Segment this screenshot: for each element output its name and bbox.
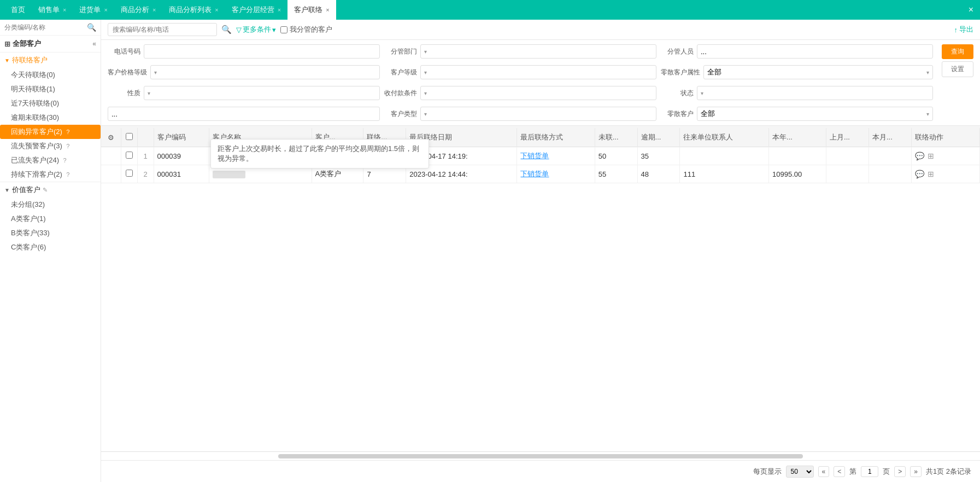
row2-checkbox[interactable]: [126, 170, 133, 177]
retail-customer-caret: ▾: [926, 111, 929, 117]
grid-icon: ⊞: [4, 40, 10, 48]
settings-button[interactable]: 设置: [942, 61, 973, 77]
col-contacts[interactable]: 往来单位联系人: [680, 128, 769, 147]
content-area: 🔍 ▽ 更多条件 ▾ 我分管的客户 ↑ 导出: [101, 20, 980, 482]
row1-last-method-cell[interactable]: 下销货单: [517, 147, 595, 165]
search-input[interactable]: [108, 23, 217, 36]
nav-customer-layers[interactable]: 客户分层经营 ×: [225, 0, 287, 20]
close-customer-contact-tab[interactable]: ×: [326, 7, 329, 13]
nav-sales[interactable]: 销售单 ×: [32, 0, 73, 20]
sidebar-item-overdue[interactable]: 逾期未联络(30): [0, 111, 101, 125]
payment-input[interactable]: ▾: [420, 86, 656, 100]
sidebar-item-churned[interactable]: 已流失客户(24) ?: [0, 153, 101, 167]
nature-input[interactable]: ▾: [144, 86, 380, 100]
row1-checkbox-cell[interactable]: [121, 147, 137, 165]
row1-checkbox[interactable]: [126, 152, 133, 159]
per-page-select[interactable]: 50 20 100: [786, 466, 814, 478]
prev-page-button[interactable]: <: [834, 466, 845, 477]
manager-input[interactable]: ...: [697, 44, 933, 59]
row2-action-cell: 💬 ⊞: [911, 165, 979, 183]
sidebar-item-today[interactable]: 今天待联络(0): [0, 68, 101, 82]
close-customer-layers-tab[interactable]: ×: [278, 7, 281, 13]
sidebar-value-group[interactable]: ▼ 价值客户 ✎: [0, 182, 101, 198]
sidebar-item-repurchase-abnormal[interactable]: 回购异常客户(2) ?: [0, 125, 101, 139]
my-customers-filter[interactable]: 我分管的客户: [280, 25, 332, 34]
query-button[interactable]: 查询: [942, 44, 973, 59]
retail-attr-input[interactable]: 全部 ▾: [703, 65, 933, 79]
col-action[interactable]: 联络动作: [911, 128, 979, 147]
scrollbar-thumb[interactable]: [278, 454, 803, 458]
col-this-year[interactable]: 本年...: [769, 128, 826, 147]
close-product-analysis-tab[interactable]: ×: [152, 7, 156, 13]
row2-last-method-link[interactable]: 下销货单: [520, 170, 549, 178]
nav-customer-contact[interactable]: 客户联络 ×: [287, 0, 336, 20]
filter-bar: 🔍 ▽ 更多条件 ▾ 我分管的客户 ↑ 导出: [101, 20, 980, 40]
col-num: [137, 128, 154, 147]
row1-actions: 💬 ⊞: [915, 152, 976, 160]
sidebar-item-tomorrow[interactable]: 明天待联络(1): [0, 82, 101, 96]
last-page-button[interactable]: »: [910, 466, 922, 477]
phone-label: 电话号码: [108, 47, 140, 56]
nav-purchase[interactable]: 进货单 ×: [73, 0, 114, 20]
filter-search-button[interactable]: 🔍: [221, 25, 232, 34]
sidebar-item-b-class[interactable]: B类客户(33): [0, 226, 101, 240]
customer-type-input[interactable]: ▾: [420, 107, 656, 121]
price-level-input[interactable]: ▾: [150, 65, 380, 79]
customer-level-input[interactable]: ▾: [420, 65, 656, 79]
col-this-month[interactable]: 本月...: [868, 128, 911, 147]
row1-settings-cell: [101, 147, 121, 165]
col-last-method[interactable]: 最后联络方式: [517, 128, 595, 147]
sidebar-item-ungrouped[interactable]: 未分组(32): [0, 198, 101, 212]
sidebar-item-a-class[interactable]: A类客户(1): [0, 212, 101, 226]
customer-table-wrapper[interactable]: ⚙ 客户编码 客户名称 客户... 联络...: [101, 128, 980, 451]
manager-label: 分管人员: [661, 47, 694, 56]
more-conditions-toggle[interactable]: ▽ 更多条件 ▾: [236, 25, 276, 34]
sidebar-item-c-class[interactable]: C类客户(6): [0, 240, 101, 254]
col-overdue[interactable]: 逾期...: [637, 128, 680, 147]
col-last-month[interactable]: 上月...: [826, 128, 869, 147]
close-sales-tab[interactable]: ×: [63, 7, 66, 13]
col-settings[interactable]: ⚙: [101, 128, 121, 147]
next-page-button[interactable]: >: [894, 466, 906, 477]
first-page-button[interactable]: «: [818, 466, 830, 477]
nav-product-analysis[interactable]: 商品分析 ×: [114, 0, 162, 20]
close-all-tabs[interactable]: ×: [969, 5, 973, 15]
status-input[interactable]: ▾: [697, 86, 933, 100]
payment-caret: ▾: [424, 90, 427, 96]
col-uncontacted[interactable]: 未联...: [595, 128, 637, 147]
col-code[interactable]: 客户编码: [154, 128, 209, 147]
repurchase-info-icon: ?: [66, 129, 69, 135]
phone-input[interactable]: [144, 44, 380, 59]
close-purchase-tab[interactable]: ×: [104, 7, 107, 13]
extra-input[interactable]: ...: [108, 107, 380, 121]
row2-more-icon[interactable]: ⊞: [928, 170, 934, 178]
dept-input[interactable]: ▾: [420, 44, 656, 59]
sidebar-item-7days[interactable]: 近7天待联络(0): [0, 96, 101, 111]
horizontal-scrollbar[interactable]: [101, 451, 980, 460]
select-all-checkbox[interactable]: [126, 133, 133, 140]
pagination: 每页显示 50 20 100 « < 第 页 > » 共1页 2条记录: [101, 460, 980, 482]
page-number-input[interactable]: [861, 466, 878, 477]
sidebar-pending-group[interactable]: ▼ 待联络客户: [0, 53, 101, 68]
sidebar-item-churn-warning[interactable]: 流失预警客户(3) ?: [0, 139, 101, 153]
filter-icon: ▽: [236, 26, 242, 34]
row2-chat-icon[interactable]: 💬: [915, 170, 924, 178]
close-product-list-tab[interactable]: ×: [215, 7, 218, 13]
row1-uncontacted-cell: 50: [595, 147, 637, 165]
export-button[interactable]: ↑ 导出: [954, 25, 974, 34]
sidebar-item-declining[interactable]: 持续下滑客户(2) ?: [0, 167, 101, 182]
row1-chat-icon[interactable]: 💬: [915, 152, 924, 160]
nav-home[interactable]: 首页: [4, 0, 32, 20]
my-customers-checkbox[interactable]: [280, 26, 287, 33]
col-checkbox[interactable]: [121, 128, 137, 147]
value-group-edit-icon[interactable]: ✎: [43, 187, 48, 194]
sidebar-collapse-btn[interactable]: «: [92, 40, 96, 48]
sidebar-search-input[interactable]: [4, 24, 87, 31]
row2-checkbox-cell[interactable]: [121, 165, 137, 183]
sidebar-all-customers[interactable]: ⊞ 全部客户 «: [0, 36, 101, 53]
retail-customer-input[interactable]: 全部 ▾: [697, 107, 933, 121]
row1-last-method-link[interactable]: 下销货单: [520, 152, 549, 160]
row1-more-icon[interactable]: ⊞: [928, 152, 934, 160]
row2-last-method-cell[interactable]: 下销货单: [517, 165, 595, 183]
nav-product-list[interactable]: 商品分析列表 ×: [162, 0, 225, 20]
